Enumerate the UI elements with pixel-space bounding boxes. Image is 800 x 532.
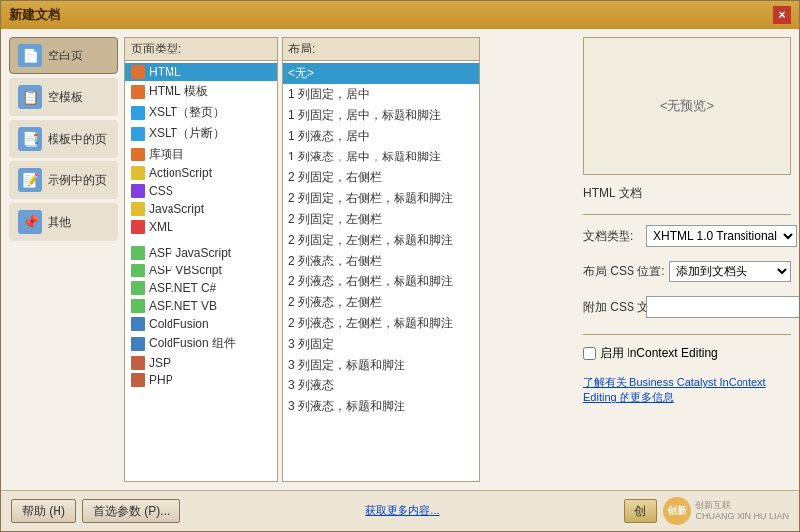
layout-item-label: 2 列液态，左侧栏，标题和脚注 (288, 315, 453, 332)
enable-editing-checkbox[interactable] (583, 347, 596, 360)
page-type-item-icon (131, 337, 145, 351)
link-container: 了解有关 Business Catalyst InContextEditing … (583, 375, 791, 406)
category-item-template_page[interactable]: 📑模板中的页 (9, 120, 118, 158)
layout-item-label: 1 列液态，居中，标题和脚注 (288, 149, 441, 165)
page-type-item-icon (131, 299, 145, 313)
page-type-item-label: ColdFusion (149, 317, 209, 331)
category-icon-other: 📌 (18, 210, 42, 234)
page-type-item-icon (131, 148, 145, 161)
page-type-item[interactable]: ASP JavaScript (125, 244, 277, 262)
layout-item[interactable]: 3 列固定，标题和脚注 (283, 355, 479, 375)
category-item-sample[interactable]: 📝示例中的页 (9, 161, 118, 199)
prefs-button[interactable]: 首选参数 (P)... (82, 499, 180, 523)
layout-item[interactable]: 1 列液态，居中 (283, 126, 479, 147)
page-type-item-label: ASP JavaScript (149, 246, 231, 260)
category-icon-template: 📋 (18, 85, 42, 109)
page-type-item[interactable]: ColdFusion 组件 (125, 333, 277, 354)
learn-more-link[interactable]: 了解有关 Business Catalyst InContextEditing … (583, 376, 766, 403)
category-item-other[interactable]: 📌其他 (9, 203, 118, 241)
page-type-item-label: ASP VBScript (149, 264, 222, 277)
create-button[interactable]: 创 (624, 499, 657, 523)
category-item-blank[interactable]: 📄空白页 (9, 37, 118, 74)
layout-item-label: 3 列固定，标题和脚注 (288, 357, 405, 373)
page-type-item[interactable]: XSLT（片断） (125, 123, 277, 144)
layout-item[interactable]: 2 列液态，右侧栏 (283, 251, 479, 271)
layout-header: 布局: (283, 38, 479, 61)
page-type-header: 页面类型: (125, 38, 277, 61)
layout-item[interactable]: 1 列固定，居中，标题和脚注 (283, 105, 479, 126)
enable-editing-label: 启用 InContext Editing (600, 345, 718, 362)
page-type-item-label: PHP (149, 373, 173, 387)
layout-item[interactable]: 1 列液态，居中，标题和脚注 (283, 147, 479, 167)
title-bar: 新建文档 × (1, 1, 799, 29)
layout-css-row: 布局 CSS 位置: 添加到文档头创建新文件链接到现有文件 (583, 261, 791, 282)
category-item-template[interactable]: 📋空模板 (9, 78, 118, 116)
page-type-item[interactable]: ASP.NET C# (125, 279, 277, 297)
layout-item[interactable]: 3 列液态 (283, 375, 479, 396)
page-type-item[interactable]: ASP VBScript (125, 262, 277, 279)
page-type-item-icon (131, 85, 145, 99)
middle-panels: 页面类型: HTMLHTML 模板XSLT（整页）XSLT（片断）库项目Acti… (124, 37, 577, 482)
watermark-circle-text: 创新 (667, 504, 687, 518)
page-type-item-label: 库项目 (149, 146, 184, 162)
page-type-item-icon (131, 317, 145, 331)
layout-item[interactable]: 2 列固定，左侧栏，标题和脚注 (283, 230, 479, 251)
layout-item[interactable]: 2 列固定，右侧栏 (283, 167, 479, 188)
page-type-item-label: ASP.NET VB (149, 299, 217, 313)
page-type-item[interactable]: ColdFusion (125, 315, 277, 333)
page-type-item-label: ASP.NET C# (149, 281, 216, 295)
attach-css-input[interactable] (646, 296, 799, 318)
page-type-item-icon (131, 264, 145, 277)
left-panel: 📄空白页📋空模板📑模板中的页📝示例中的页📌其他 (9, 37, 118, 482)
bottom-right: 创 创新 创新互联 CHUANG XIN HU LIAN (624, 497, 789, 525)
page-type-item[interactable]: HTML (125, 63, 277, 81)
layout-item[interactable]: 2 列液态，左侧栏，标题和脚注 (283, 313, 479, 334)
doc-description: HTML 文档 (583, 183, 791, 204)
separator1 (583, 214, 791, 215)
page-type-item[interactable]: CSS (125, 182, 277, 200)
category-label-template: 空模板 (48, 89, 83, 106)
layout-item-label: 3 列液态，标题和脚注 (288, 398, 405, 415)
page-type-item[interactable]: XML (125, 218, 277, 236)
layout-item[interactable]: 2 列固定，左侧栏 (283, 209, 479, 230)
new-document-dialog: 新建文档 × 📄空白页📋空模板📑模板中的页📝示例中的页📌其他 页面类型: HTM… (0, 0, 800, 532)
page-type-item-label: HTML (149, 65, 181, 79)
category-label-blank: 空白页 (48, 48, 83, 64)
get-more-link[interactable]: 获取更多内容... (365, 503, 439, 518)
close-button[interactable]: × (773, 6, 791, 24)
layout-item[interactable]: 2 列液态，右侧栏，标题和脚注 (283, 271, 479, 292)
layout-item[interactable]: 2 列固定，右侧栏，标题和脚注 (283, 188, 479, 209)
layout-item[interactable]: 3 列液态，标题和脚注 (283, 396, 479, 417)
page-type-item[interactable]: XSLT（整页） (125, 102, 277, 123)
preview-area: <无预览> (583, 37, 791, 175)
page-type-item-label: XML (149, 220, 173, 234)
layout-item[interactable]: 2 列液态，左侧栏 (283, 292, 479, 313)
right-panel: <无预览> HTML 文档 文档类型: XHTML 1.0 Transition… (583, 37, 791, 482)
layout-item[interactable]: 1 列固定，居中 (283, 84, 479, 105)
page-type-item-label: HTML 模板 (149, 83, 208, 100)
layout-css-select[interactable]: 添加到文档头创建新文件链接到现有文件 (669, 261, 791, 282)
help-button[interactable]: 帮助 (H) (11, 499, 76, 523)
page-type-item[interactable]: ASP.NET VB (125, 297, 277, 315)
layout-item-label: 2 列固定，左侧栏 (288, 211, 382, 228)
page-type-item[interactable]: JSP (125, 354, 277, 372)
page-type-item-icon (131, 166, 145, 180)
bottom-left: 帮助 (H) 首选参数 (P)... (11, 499, 180, 523)
page-type-item[interactable]: HTML 模板 (125, 81, 277, 102)
layout-item-label: 1 列液态，居中 (288, 128, 370, 145)
page-type-item[interactable]: JavaScript (125, 200, 277, 218)
preview-text: <无预览> (660, 97, 714, 115)
layout-item-label: 2 列液态，左侧栏 (288, 294, 382, 311)
doc-type-row: 文档类型: XHTML 1.0 TransitionalXHTML 1.0 St… (583, 225, 791, 247)
page-type-item-label: XSLT（片断） (149, 125, 225, 142)
bottom-center: 获取更多内容... (180, 503, 624, 518)
page-type-item[interactable]: PHP (125, 372, 277, 389)
page-type-item[interactable]: 库项目 (125, 144, 277, 164)
page-type-item-icon (131, 65, 145, 79)
layout-item[interactable]: 3 列固定 (283, 334, 479, 355)
page-type-item[interactable]: ActionScript (125, 164, 277, 182)
layout-item[interactable]: <无> (283, 63, 479, 84)
layout-item-label: 3 列固定 (288, 336, 334, 353)
layout-item-label: 2 列液态，右侧栏，标题和脚注 (288, 273, 453, 290)
doc-type-select[interactable]: XHTML 1.0 TransitionalXHTML 1.0 StrictHT… (646, 225, 797, 247)
